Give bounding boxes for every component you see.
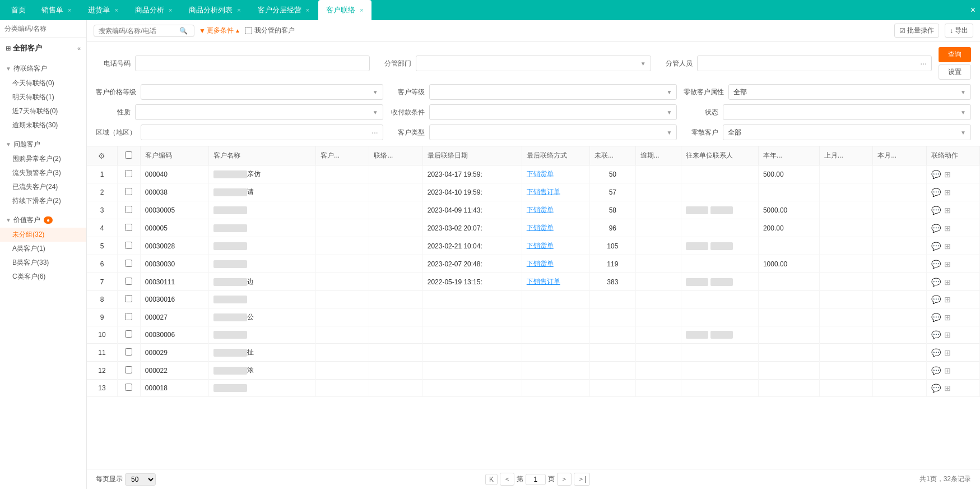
sidebar-item-churned[interactable]: 已流失客户(24) (0, 180, 86, 194)
grid-action-icon[interactable]: ⊞ (944, 366, 951, 375)
contact-method-link[interactable]: 下销货单 (527, 224, 554, 232)
nav-home[interactable]: 首页 (4, 0, 32, 20)
sidebar-item-class-c[interactable]: C类客户(6) (0, 270, 86, 284)
row-checkbox[interactable] (125, 366, 132, 373)
row-checkbox[interactable] (125, 348, 132, 356)
query-btn[interactable]: 查询 (939, 47, 971, 62)
retail-customer-select[interactable]: 全部 ▼ (723, 124, 971, 140)
message-icon[interactable]: 💬 (931, 278, 941, 287)
sidebar-collapse-btn[interactable]: « (77, 45, 81, 52)
grid-action-icon[interactable]: ⊞ (944, 348, 951, 357)
nav-tab-analysis[interactable]: 商品分析 × (127, 0, 180, 20)
nav-tab-analysis-list[interactable]: 商品分析列表 × (181, 0, 248, 20)
export-btn[interactable]: ↓ 导出 (945, 24, 973, 38)
nature-select[interactable]: ▼ (135, 104, 383, 120)
batch-operation-btn[interactable]: ☑ 批量操作 (894, 24, 939, 38)
message-icon[interactable]: 💬 (931, 330, 941, 339)
sidebar-item-7days[interactable]: 近7天待联络(0) (0, 104, 86, 118)
close-analysis-list-tab[interactable]: × (237, 0, 240, 20)
my-customers-filter[interactable]: 我分管的客户 (245, 26, 295, 35)
filter-search-icon[interactable]: 🔍 (179, 27, 188, 35)
contact-method-link[interactable]: 下销货单 (527, 242, 554, 250)
nav-tab-customer-segment[interactable]: 客户分层经营 × (250, 0, 317, 20)
contact-method-link[interactable]: 下销售订单 (527, 188, 560, 196)
status-select[interactable]: ▼ (723, 104, 971, 120)
message-icon[interactable]: 💬 (931, 295, 941, 304)
sidebar-all-customers[interactable]: ⊞ 全部客户 « (0, 40, 86, 57)
contact-method-link[interactable]: 下销货单 (527, 206, 554, 214)
contact-method-link[interactable]: 下销售订单 (527, 278, 560, 285)
gear-icon[interactable]: ⚙ (96, 150, 108, 162)
contact-method-link[interactable]: 下销货单 (527, 260, 554, 267)
first-page-btn[interactable]: K (485, 474, 498, 485)
message-icon[interactable]: 💬 (931, 384, 941, 393)
message-icon[interactable]: 💬 (931, 366, 941, 375)
row-checkbox[interactable] (125, 278, 132, 285)
window-close-btn[interactable]: × (970, 5, 976, 15)
filter-more-btn[interactable]: ▼ 更多条件 ▲ (199, 26, 240, 35)
sidebar-item-unclassified[interactable]: 未分组(32) (0, 228, 86, 242)
row-checkbox[interactable] (125, 384, 132, 391)
row-checkbox[interactable] (125, 260, 132, 267)
phone-input[interactable] (135, 56, 370, 71)
message-icon[interactable]: 💬 (931, 313, 941, 322)
close-sales-tab[interactable]: × (68, 0, 71, 20)
reset-btn[interactable]: 设置 (939, 64, 971, 80)
message-icon[interactable]: 💬 (931, 224, 941, 233)
row-checkbox[interactable] (125, 242, 132, 249)
last-page-btn[interactable]: ＞| (574, 473, 590, 486)
nav-tab-purchase[interactable]: 进货单 × (80, 0, 126, 20)
sidebar-pending-group[interactable]: ▼ 待联络客户 (0, 61, 86, 76)
message-icon[interactable]: 💬 (931, 260, 941, 269)
row-checkbox[interactable] (125, 170, 132, 177)
sidebar-value-group[interactable]: ▼ 价值客户 ● (0, 213, 86, 228)
person-select[interactable]: ··· (697, 56, 932, 71)
sidebar-search-input[interactable] (4, 25, 87, 33)
row-checkbox[interactable] (125, 295, 132, 302)
select-all-checkbox[interactable] (125, 151, 132, 159)
sidebar-item-overdue[interactable]: 逾期未联络(30) (0, 118, 86, 132)
grid-action-icon[interactable]: ⊞ (944, 242, 951, 251)
sidebar-item-churn-warning[interactable]: 流失预警客户(3) (0, 166, 86, 180)
grid-action-icon[interactable]: ⊞ (944, 313, 951, 322)
next-page-btn[interactable]: ＞ (557, 473, 572, 486)
payment-select[interactable]: ▼ (429, 104, 677, 120)
grid-action-icon[interactable]: ⊞ (944, 330, 951, 339)
sidebar-item-declining[interactable]: 持续下滑客户(2) (0, 194, 86, 208)
sidebar-item-class-a[interactable]: A类客户(1) (0, 242, 86, 256)
filter-search-input[interactable] (99, 27, 177, 35)
sidebar-item-tomorrow[interactable]: 明天待联络(1) (0, 90, 86, 104)
row-checkbox[interactable] (125, 330, 132, 338)
region-select[interactable]: ··· (141, 124, 383, 140)
message-icon[interactable]: 💬 (931, 206, 941, 215)
grid-action-icon[interactable]: ⊞ (944, 295, 951, 304)
nav-tab-sales[interactable]: 销售单 × (34, 0, 79, 20)
close-contact-tab[interactable]: × (360, 0, 363, 20)
contact-method-link[interactable]: 下销货单 (527, 170, 554, 178)
grid-action-icon[interactable]: ⊞ (944, 206, 951, 215)
row-checkbox[interactable] (125, 313, 132, 320)
message-icon[interactable]: 💬 (931, 242, 941, 251)
customer-level-select[interactable]: ▼ (429, 84, 677, 100)
nav-tab-customer-contact[interactable]: 客户联络 × (318, 0, 371, 20)
row-checkbox[interactable] (125, 224, 132, 231)
message-icon[interactable]: 💬 (931, 170, 941, 179)
customer-type-select[interactable]: ▼ (429, 124, 677, 140)
sidebar-problem-group[interactable]: ▼ 问题客户 (0, 137, 86, 152)
row-checkbox[interactable] (125, 188, 132, 195)
close-analysis-tab[interactable]: × (169, 0, 172, 20)
grid-action-icon[interactable]: ⊞ (944, 278, 951, 287)
sidebar-item-today[interactable]: 今天待联络(0) (0, 76, 86, 90)
close-purchase-tab[interactable]: × (114, 0, 118, 20)
retail-attr-select[interactable]: 全部 ▼ (728, 84, 971, 100)
per-page-select[interactable]: 102050100 (125, 473, 156, 486)
my-customers-checkbox[interactable] (245, 27, 252, 34)
grid-action-icon[interactable]: ⊞ (944, 224, 951, 233)
price-level-select[interactable]: ▼ (141, 84, 383, 100)
grid-action-icon[interactable]: ⊞ (944, 260, 951, 269)
grid-action-icon[interactable]: ⊞ (944, 170, 951, 179)
grid-action-icon[interactable]: ⊞ (944, 188, 951, 197)
prev-page-btn[interactable]: ＜ (500, 473, 514, 486)
page-number-input[interactable] (526, 474, 546, 485)
sidebar-item-class-b[interactable]: B类客户(33) (0, 256, 86, 270)
